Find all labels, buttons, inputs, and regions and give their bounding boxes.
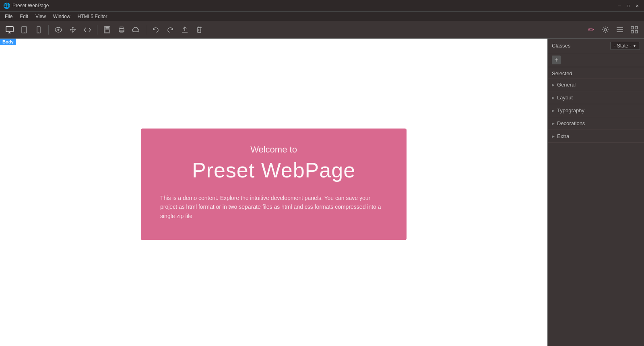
svg-point-22: [604, 29, 607, 31]
right-panel: Classes - State - ▼ + Selected ▶ General…: [547, 39, 644, 346]
layout-label: Layout: [557, 95, 573, 101]
classes-label: Classes: [552, 43, 570, 49]
svg-point-4: [24, 32, 25, 33]
canvas-area[interactable]: Body Welcome to Preset WebPage This is a…: [0, 39, 547, 346]
general-label: General: [557, 82, 576, 88]
toolbar-sep-3: [146, 25, 146, 35]
device-tablet-button[interactable]: [18, 23, 31, 36]
main-layout: Body Welcome to Preset WebPage This is a…: [0, 39, 644, 346]
state-dropdown-button[interactable]: - State - ▼: [610, 42, 640, 50]
menu-edit[interactable]: Edit: [17, 13, 31, 20]
menubar: File Edit View Window HTML5 Editor: [0, 11, 644, 21]
demo-welcome-text: Welcome to: [160, 144, 387, 155]
svg-rect-13: [120, 27, 123, 29]
svg-rect-26: [631, 27, 634, 29]
move-button[interactable]: [66, 23, 79, 36]
menu-html5editor[interactable]: HTML5 Editor: [74, 13, 111, 20]
svg-rect-0: [6, 27, 13, 32]
paint-button[interactable]: ✏: [584, 23, 597, 36]
state-dropdown-icon: ▼: [633, 44, 636, 48]
toolbar: ✏: [0, 21, 644, 39]
undo-button[interactable]: [149, 23, 162, 36]
typography-label: Typography: [557, 107, 584, 113]
layout-arrow-icon: ▶: [552, 96, 555, 100]
settings-button[interactable]: [599, 23, 612, 36]
svg-rect-29: [635, 31, 638, 33]
delete-button[interactable]: [193, 23, 206, 36]
demo-title-text: Preset WebPage: [160, 158, 387, 182]
svg-rect-28: [631, 31, 634, 33]
typography-arrow-icon: ▶: [552, 109, 555, 113]
general-arrow-icon: ▶: [552, 83, 555, 87]
menu-file[interactable]: File: [2, 13, 16, 20]
decorations-label: Decorations: [557, 120, 585, 126]
class-name-input[interactable]: [561, 57, 640, 63]
svg-rect-11: [105, 30, 109, 32]
minimize-button[interactable]: ─: [616, 2, 623, 9]
decorations-arrow-icon: ▶: [552, 122, 555, 126]
selected-section-label: Selected: [548, 67, 644, 78]
menu-view[interactable]: View: [32, 13, 49, 20]
prop-group-general: ▶ General: [548, 78, 644, 91]
close-button[interactable]: ✕: [634, 2, 641, 9]
prop-group-layout: ▶ Layout: [548, 91, 644, 104]
redo-button[interactable]: [164, 23, 177, 36]
cloud-button[interactable]: [130, 23, 142, 36]
device-mobile-button[interactable]: [32, 23, 45, 36]
grid-button[interactable]: [628, 23, 641, 36]
toolbar-sep-2: [97, 25, 97, 35]
extra-label: Extra: [557, 133, 569, 139]
prop-group-decorations: ▶ Decorations: [548, 117, 644, 130]
maximize-button[interactable]: □: [625, 2, 632, 9]
prop-group-typography: ▶ Typography: [548, 104, 644, 117]
svg-rect-10: [105, 27, 109, 29]
body-label: Body: [0, 39, 16, 45]
svg-rect-27: [635, 27, 638, 29]
save-file-button[interactable]: [101, 23, 114, 36]
add-class-button[interactable]: +: [552, 56, 561, 64]
svg-point-6: [38, 32, 39, 33]
device-desktop-button[interactable]: [3, 23, 16, 36]
state-label: - State -: [614, 43, 631, 49]
menu-window[interactable]: Window: [50, 13, 74, 20]
svg-rect-17: [198, 28, 201, 33]
demo-card: Welcome to Preset WebPage This is a demo…: [141, 128, 407, 240]
code-button[interactable]: [81, 23, 94, 36]
demo-description-text: This is a demo content. Explore the intu…: [160, 194, 387, 220]
svg-point-8: [58, 29, 60, 31]
add-class-row: +: [548, 53, 644, 67]
prop-group-general-header[interactable]: ▶ General: [548, 78, 644, 91]
app-title: Preset WebPage: [12, 3, 613, 8]
preview-button[interactable]: [52, 23, 65, 36]
prop-group-typography-header[interactable]: ▶ Typography: [548, 104, 644, 117]
window-controls: ─ □ ✕: [616, 2, 641, 9]
prop-group-decorations-header[interactable]: ▶ Decorations: [548, 117, 644, 130]
prop-group-layout-header[interactable]: ▶ Layout: [548, 91, 644, 104]
prop-group-extra: ▶ Extra: [548, 130, 644, 143]
upload-button[interactable]: [178, 23, 191, 36]
panel-header: Classes - State - ▼: [548, 39, 644, 53]
prop-group-extra-header[interactable]: ▶ Extra: [548, 130, 644, 142]
print-button[interactable]: [115, 23, 128, 36]
titlebar: 🌐 Preset WebPage ─ □ ✕: [0, 0, 644, 11]
app-icon: 🌐: [3, 2, 10, 9]
hamburger-menu-button[interactable]: [613, 23, 626, 36]
extra-arrow-icon: ▶: [552, 134, 555, 138]
toolbar-sep-1: [48, 25, 49, 35]
